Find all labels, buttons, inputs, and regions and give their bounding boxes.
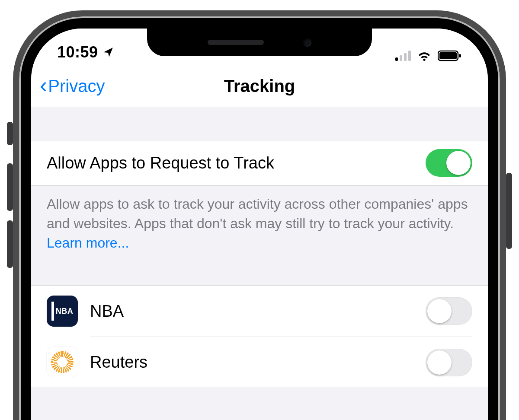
cellular-signal-icon [395,51,411,61]
device-bezel: 10:59 [23,21,496,420]
status-left: 10:59 [57,43,114,61]
app-tracking-list: NBA NBA R [31,285,488,388]
reuters-tracking-toggle[interactable] [426,349,472,376]
toggle-knob [427,299,452,323]
app-row-nba[interactable]: NBA NBA [31,286,488,337]
app-name-label: Reuters [90,353,426,372]
toggle-knob [427,350,452,375]
toggle-knob [446,151,471,175]
allow-apps-to-request-label: Allow Apps to Request to Track [47,154,426,172]
nba-tracking-toggle[interactable] [426,297,472,325]
section-footer: Allow apps to ask to track your activity… [31,186,488,252]
device-volume-down [7,220,13,268]
status-time: 10:59 [57,43,98,61]
page-title: Tracking [31,66,488,107]
app-name-label: NBA [90,302,426,321]
reuters-app-icon [47,347,78,378]
speaker-grille [208,40,264,45]
section-spacer [31,252,488,285]
nba-app-icon: NBA [47,296,78,327]
content: Allow Apps to Request to Track Allow app… [31,107,488,420]
section-spacer [31,107,488,140]
learn-more-link[interactable]: Learn more... [47,235,129,251]
allow-apps-to-request-cell[interactable]: Allow Apps to Request to Track [31,140,488,186]
screen: 10:59 [31,29,488,420]
status-right [395,50,462,61]
wifi-icon [417,50,432,61]
device-frame: 10:59 [13,10,506,420]
location-services-icon [103,47,114,58]
device-mute-switch [7,122,13,145]
section-footer-text: Allow apps to ask to track your activity… [47,196,468,231]
app-row-reuters[interactable]: Reuters [31,337,488,388]
device-volume-up [7,163,13,211]
front-camera [303,38,311,47]
device-notch [147,29,372,56]
svg-rect-1 [439,52,457,59]
battery-icon [438,50,462,61]
device-side-button [506,173,512,249]
navigation-bar: ‹ Privacy Tracking [31,66,488,107]
svg-rect-2 [459,54,461,57]
allow-apps-to-request-toggle[interactable] [426,149,472,177]
